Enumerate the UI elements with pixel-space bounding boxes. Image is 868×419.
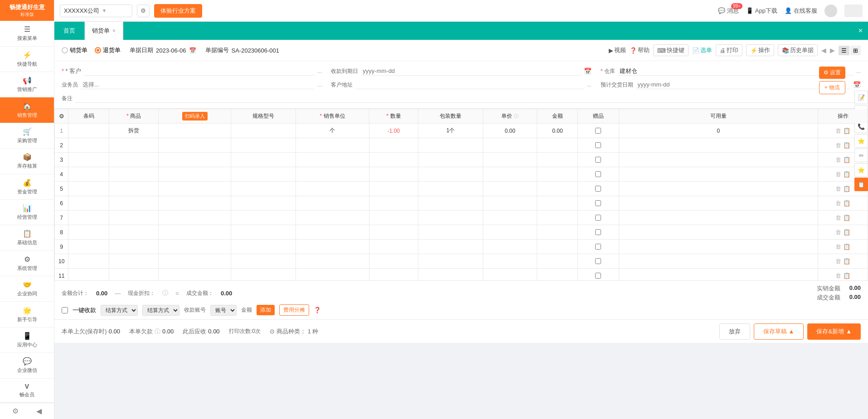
rp-btn-orange[interactable]: 📋: [854, 178, 868, 191]
sidebar-item-search[interactable]: ☰ 搜索菜单: [0, 21, 54, 46]
radio-return-order[interactable]: 退货单: [95, 46, 121, 54]
customer-input[interactable]: [84, 67, 315, 76]
delete-row-4[interactable]: 🗑: [835, 171, 841, 178]
gift-checkbox-6[interactable]: [595, 200, 601, 206]
sidebar-item-guide[interactable]: 🌟 新手引导: [0, 302, 54, 327]
gift-checkbox-4[interactable]: [595, 171, 601, 177]
gift-checkbox-8[interactable]: [595, 229, 601, 235]
user-avatar[interactable]: [824, 5, 837, 17]
sidebar-item-app-center[interactable]: 📱 应用中心: [0, 327, 54, 353]
gift-checkbox-2[interactable]: [595, 142, 601, 148]
radio-sales-order[interactable]: 销货单: [62, 46, 87, 54]
next-doc-btn[interactable]: ▶: [830, 47, 835, 54]
print-btn[interactable]: 🖨 打印: [716, 44, 742, 56]
th-gear[interactable]: ⚙: [55, 109, 68, 124]
settlement-method-select[interactable]: 结算方式: [101, 305, 138, 316]
list-view-btn[interactable]: ☰: [839, 46, 849, 55]
customer-address-input[interactable]: [355, 80, 584, 89]
scan-input-btn[interactable]: 扫码录入: [182, 112, 208, 120]
help-btn[interactable]: ❓ 帮助: [630, 46, 650, 54]
settings-button[interactable]: ⚙ 设置: [819, 67, 845, 79]
delete-row-6[interactable]: 🗑: [835, 200, 841, 207]
history-btn[interactable]: 📚 历史单据: [778, 44, 818, 56]
prev-doc-btn[interactable]: ◀: [821, 47, 826, 54]
copy-row-5[interactable]: 📋: [843, 185, 850, 192]
payment-due-calendar[interactable]: 📅: [584, 67, 592, 75]
gift-checkbox-3[interactable]: [595, 157, 601, 163]
user-name-area[interactable]: [844, 5, 863, 17]
warehouse-picker-btn[interactable]: ...: [856, 68, 861, 74]
row-price-1[interactable]: 0.00: [483, 124, 537, 138]
delete-row-9[interactable]: 🗑: [835, 243, 841, 250]
rp-btn-1[interactable]: 📝: [854, 91, 868, 104]
copy-row-11[interactable]: 📋: [843, 272, 850, 279]
sidebar-item-purchase[interactable]: 🛒 采购管理: [0, 123, 54, 149]
date-value[interactable]: 2023-06-06: [156, 47, 186, 54]
warehouse-input[interactable]: [618, 67, 853, 76]
add-payment-btn[interactable]: 添加: [257, 305, 275, 315]
save-draft-button[interactable]: 保存草稿 ▲: [754, 323, 804, 340]
row-product-1[interactable]: 拆货: [109, 124, 159, 138]
product-type-radio[interactable]: ⊙: [270, 328, 275, 335]
sidebar-item-sales[interactable]: 🏠 销售管理: [0, 97, 54, 123]
company-settings-btn[interactable]: ⚙: [137, 5, 150, 17]
rp-btn-5[interactable]: ✏: [854, 149, 868, 162]
sidebar-item-inventory[interactable]: 📦 库存核算: [0, 149, 54, 174]
gift-checkbox-9[interactable]: [595, 244, 601, 250]
tab-home[interactable]: 首页: [54, 22, 85, 40]
copy-row-7[interactable]: 📋: [843, 214, 850, 221]
rp-btn-4[interactable]: ⭐: [854, 134, 868, 148]
rp-btn-6[interactable]: ⭐: [854, 163, 868, 177]
delete-row-2[interactable]: 🗑: [835, 142, 841, 149]
shortcut-btn[interactable]: ⌨ 快捷键: [653, 44, 689, 56]
collapse-icon[interactable]: ◀: [36, 407, 42, 415]
sidebar-item-quick-nav[interactable]: ⚡ 快捷导航: [0, 47, 54, 72]
settings-bottom-icon[interactable]: ⚙: [12, 407, 19, 415]
gift-checkbox-7[interactable]: [595, 215, 601, 221]
payment-due-input[interactable]: [361, 67, 581, 76]
sidebar-item-enterprise[interactable]: 🤝 企业协同: [0, 276, 54, 302]
app-download-btn[interactable]: 📱 App下载: [746, 7, 777, 15]
gift-checkbox-5[interactable]: [595, 186, 601, 192]
sidebar-item-system[interactable]: ⚙ 系统管理: [0, 251, 54, 276]
sidebar-item-wechat[interactable]: 💬 企业微信: [0, 353, 54, 378]
delete-row-3[interactable]: 🗑: [835, 156, 841, 163]
settlement-method-select-2[interactable]: 结算方式: [142, 305, 179, 316]
expected-delivery-input[interactable]: [636, 80, 850, 89]
sidebar-item-basic[interactable]: 📋 基础信息: [0, 225, 54, 250]
grid-view-btn[interactable]: ⊞: [850, 46, 861, 55]
delete-row-10[interactable]: 🗑: [835, 258, 841, 265]
copy-row-10[interactable]: 📋: [843, 258, 850, 265]
delete-row-7[interactable]: 🗑: [835, 214, 841, 221]
sidebar-item-member[interactable]: V 畅会员: [0, 379, 54, 403]
row-qty-1[interactable]: -1.00: [369, 124, 418, 138]
date-calendar-icon[interactable]: 📅: [189, 47, 196, 54]
th-scan[interactable]: 扫码录入: [159, 109, 231, 124]
row-unit-1[interactable]: 个: [296, 124, 369, 138]
doc-num-value[interactable]: SA-20230606-001: [232, 47, 280, 54]
delete-row-8[interactable]: 🗑: [835, 229, 841, 236]
logistics-button[interactable]: + 物流: [819, 81, 845, 94]
tab-bar-close-btn[interactable]: ×: [858, 27, 863, 35]
row-spec-1[interactable]: [231, 124, 296, 138]
remarks-input[interactable]: [75, 94, 861, 103]
salesperson-picker-btn[interactable]: ...: [317, 82, 322, 88]
company-selector[interactable]: XXXXXX公司 ▼: [60, 5, 132, 17]
discard-button[interactable]: 放弃: [719, 323, 750, 340]
tab-sales-order[interactable]: 销货单 ×: [85, 22, 123, 40]
sidebar-item-marketing[interactable]: 📢 营销推广: [0, 72, 54, 97]
delete-row-5[interactable]: 🗑: [835, 185, 841, 192]
online-service-btn[interactable]: 👤 在线客服: [785, 7, 817, 15]
salesperson-input[interactable]: [81, 80, 315, 89]
gift-checkbox-11[interactable]: [595, 273, 601, 279]
copy-row-2[interactable]: 📋: [843, 142, 850, 149]
gift-checkbox-10[interactable]: [595, 258, 601, 264]
delete-row-1-btn[interactable]: 🗑: [835, 127, 841, 134]
tab-close-btn[interactable]: ×: [112, 28, 116, 34]
operate-btn[interactable]: ⚡ 操作: [746, 44, 774, 56]
copy-row-9[interactable]: 📋: [843, 243, 850, 250]
customer-picker-btn[interactable]: ...: [317, 68, 322, 74]
delete-row-11[interactable]: 🗑: [835, 272, 841, 279]
row-gift-1[interactable]: [578, 124, 619, 138]
account-select[interactable]: 账号: [210, 305, 237, 316]
